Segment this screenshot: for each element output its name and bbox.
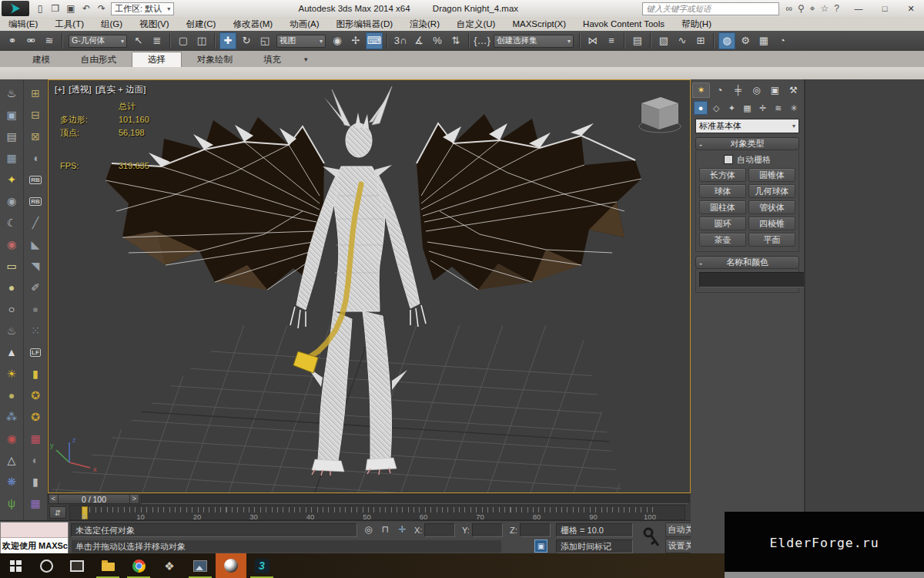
spacewarps-subtab[interactable]: ≋ [772, 101, 785, 115]
ribbon-tab-5[interactable]: 填充 [248, 52, 296, 67]
redo-icon[interactable]: ↷ [95, 2, 108, 15]
z-coord-field[interactable] [520, 523, 551, 537]
select-and-link-icon[interactable]: ⚭ [4, 32, 21, 49]
select-and-move-icon[interactable]: ✚ [219, 32, 236, 49]
ribbon-tab-3[interactable]: 选择 [132, 52, 182, 67]
file-explorer-icon[interactable] [92, 553, 123, 578]
particle-array-icon[interactable]: ⁂ [2, 406, 22, 428]
listener-macro-row[interactable] [1, 523, 68, 538]
box-button[interactable]: 长方体 [699, 168, 746, 182]
layer-manager-icon[interactable]: ▤ [629, 32, 646, 49]
helpers-subtab[interactable]: ✛ [756, 101, 770, 115]
ear-icon[interactable]: ◖ [25, 147, 45, 169]
render-production-icon[interactable]: ◔ [774, 32, 791, 49]
perspective-viewport[interactable]: [+] [透视] [真实 + 边面] 总计 多边形:101,160 顶点:56,… [48, 79, 691, 493]
viewcube[interactable] [639, 97, 681, 133]
name-color-rollout-header[interactable]: - 名称和颜色 [695, 256, 799, 269]
task-view-button[interactable] [62, 553, 92, 578]
battery-icon-2[interactable]: ▮ [25, 471, 45, 492]
pyramid-button[interactable]: 四棱锥 [748, 217, 795, 230]
plate-icon[interactable]: ▭ [2, 255, 22, 277]
favorites-icon[interactable]: ☆ [821, 3, 829, 14]
select-and-scale-icon[interactable]: ◱ [256, 32, 273, 49]
cylinder-button[interactable]: 圆柱体 [699, 200, 746, 214]
object-name-field[interactable] [699, 272, 813, 287]
mirror-icon[interactable]: ⋈ [584, 32, 601, 49]
3dsmax-logo-button[interactable] [2, 1, 29, 16]
graphite-ribbon-icon[interactable]: ▧ [655, 32, 672, 49]
menu-item-8[interactable]: 图形编辑器(D) [328, 17, 401, 31]
search-input[interactable]: 键入关键字或短语 [642, 2, 779, 15]
menu-item-4[interactable]: 视图(V) [131, 17, 177, 31]
add-time-tag-field[interactable]: 添加时间标记 [556, 539, 633, 553]
dark-sphere-icon[interactable]: ● [25, 298, 45, 320]
medal-icon-1[interactable]: ✪ [25, 385, 45, 406]
molecule-icon[interactable]: ◉ [2, 428, 22, 449]
skyrim-icon[interactable]: ❖ [154, 553, 185, 578]
systems-subtab[interactable]: ✳ [787, 101, 801, 115]
lights-subtab[interactable]: ✦ [725, 101, 738, 115]
modify-tab[interactable]: ◔ [711, 82, 728, 98]
select-and-rotate-icon[interactable]: ↻ [238, 32, 255, 49]
render-frame-icon[interactable]: ▣ [2, 104, 22, 126]
active-sphere-app-icon[interactable] [216, 553, 246, 578]
maxscript-mini-listener[interactable]: 欢迎使用 MAXSc [0, 522, 69, 554]
x-coord-field[interactable] [424, 523, 455, 537]
mini-curve-editor-button[interactable]: ⇵ [49, 506, 66, 519]
ribbon-tab-4[interactable]: 对象绘制 [182, 52, 248, 67]
menu-item-11[interactable]: MAXScript(X) [504, 17, 574, 31]
previous-frame-button[interactable]: < [49, 494, 59, 504]
menu-item-1[interactable]: 编辑(E) [0, 17, 46, 31]
workspace-dropdown[interactable]: 工作区: 默认 ▾ [111, 2, 174, 15]
start-button[interactable] [0, 553, 31, 578]
ribbon-tab-1[interactable]: 建模 [17, 52, 65, 67]
camera-export-icon-1[interactable]: ⊞ [25, 82, 45, 104]
video-camera-icon[interactable]: ◉ [2, 234, 22, 255]
shapes-subtab[interactable]: ◇ [709, 101, 723, 115]
time-tag-icon[interactable]: ▣ [534, 539, 547, 553]
wire-teapot-icon[interactable]: ♨ [2, 320, 22, 341]
sphere-icon[interactable]: ● [2, 385, 22, 406]
align-icon[interactable]: ≡ [603, 32, 620, 49]
geosphere-button[interactable]: 几何球体 [748, 184, 795, 198]
menu-item-7[interactable]: 动画(A) [281, 17, 327, 31]
selection-filter-dropdown[interactable]: G-几何体▾ [69, 35, 127, 48]
lf-button-icon[interactable]: LF [25, 341, 45, 363]
geometry-subtab[interactable]: ● [694, 101, 708, 115]
lightbulb-icon[interactable]: ✦ [2, 169, 22, 190]
data-sheet-icon[interactable]: ▤ [2, 126, 22, 147]
undo-icon[interactable]: ↶ [80, 2, 92, 15]
communication-center-icon[interactable]: ⚲ [798, 3, 805, 14]
ribbon-overflow-button[interactable]: ▾ [304, 52, 308, 67]
set-keys-button[interactable] [642, 525, 661, 551]
render-setup-icon[interactable]: ⚙ [737, 32, 754, 49]
plane-button[interactable]: 平面 [748, 233, 795, 247]
cone-helper-icon[interactable]: ◣ [25, 234, 45, 255]
object-type-rollout-header[interactable]: - 对象类型 [695, 137, 799, 150]
3dsmax-icon[interactable]: 3 [246, 553, 277, 578]
minimize-button[interactable]: — [845, 0, 872, 17]
use-pivot-center-icon[interactable]: ◉ [329, 32, 346, 49]
moon-icon[interactable]: ☾ [2, 212, 22, 234]
maximize-button[interactable]: □ [872, 0, 898, 17]
named-selection-sets-icon[interactable]: {…} [474, 32, 490, 49]
schematic-view-icon[interactable]: ⊞ [692, 32, 709, 49]
eclipse-icon[interactable]: ◐ [25, 449, 45, 471]
unlink-selection-icon[interactable]: ⚮ [22, 32, 39, 49]
camera-export-icon-2[interactable]: ⊟ [25, 104, 45, 126]
y-coord-field[interactable] [472, 523, 503, 537]
timeline-ruler[interactable]: 0102030405060708090100 [69, 505, 685, 520]
camera-icon[interactable]: ◉ [2, 190, 22, 212]
menu-item-3[interactable]: 组(G) [92, 17, 131, 31]
cortana-button[interactable] [31, 553, 62, 578]
sun-icon[interactable]: ☀ [2, 363, 22, 385]
menu-item-6[interactable]: 修改器(M) [224, 17, 281, 31]
pencil-icon[interactable]: ✐ [25, 277, 45, 298]
torus-button[interactable]: 圆环 [699, 217, 746, 230]
snap-toggle-3d-icon[interactable]: 3∩ [392, 32, 409, 49]
rb-button-icon[interactable]: RB [25, 169, 45, 190]
hierarchy-tab[interactable]: ╪ [729, 82, 747, 98]
dish-icon[interactable]: ◥ [25, 255, 45, 277]
viewport-menu-general[interactable]: [+] [55, 85, 65, 94]
spinner-snap-icon[interactable]: ⇅ [447, 32, 464, 49]
